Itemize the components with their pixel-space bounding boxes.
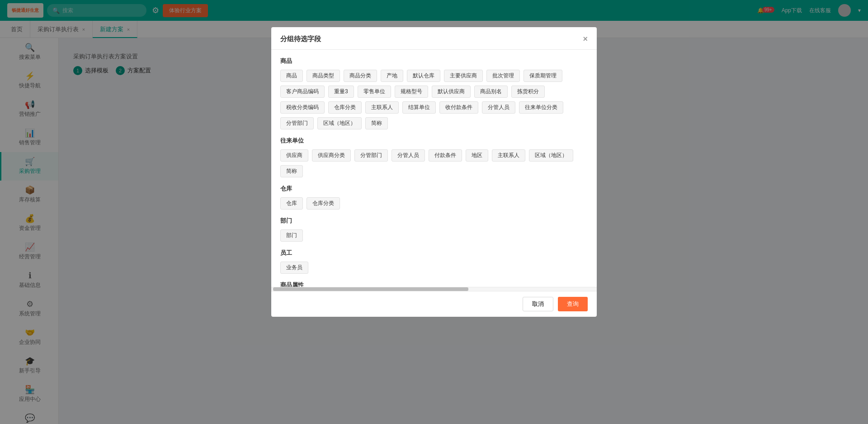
section-title-商品: 商品 — [280, 57, 588, 65]
section-title-员工: 员工 — [280, 249, 588, 257]
field-tags-仓库: 仓库仓库分类 — [280, 197, 588, 210]
modal-body: 商品商品商品类型商品分类产地默认仓库主要供应商批次管理保质期管理客户商品编码重量… — [271, 50, 597, 287]
field-tag[interactable]: 地区 — [466, 149, 488, 162]
section-title-往来单位: 往来单位 — [280, 137, 588, 145]
field-tag[interactable]: 结算单位 — [402, 101, 436, 114]
modal-footer: 取消 查询 — [271, 291, 597, 317]
field-tag[interactable]: 供应商 — [280, 149, 308, 162]
field-tag[interactable]: 仓库 — [280, 197, 303, 210]
field-tag[interactable]: 拣货积分 — [511, 86, 545, 98]
field-tag[interactable]: 往来单位分类 — [519, 101, 563, 114]
field-section-部门: 部门部门 — [280, 217, 588, 242]
field-section-员工: 员工业务员 — [280, 249, 588, 274]
field-tags-部门: 部门 — [280, 229, 588, 242]
field-tag[interactable]: 简称 — [365, 117, 388, 129]
field-tag[interactable]: 业务员 — [280, 262, 308, 274]
modal-dialog: 分组待选字段 × 商品商品商品类型商品分类产地默认仓库主要供应商批次管理保质期管… — [271, 27, 597, 317]
confirm-button[interactable]: 查询 — [558, 297, 588, 311]
field-tag[interactable]: 重量3 — [328, 86, 354, 98]
modal-overlay[interactable]: 分组待选字段 × 商品商品商品类型商品分类产地默认仓库主要供应商批次管理保质期管… — [0, 0, 868, 424]
field-tag[interactable]: 分管人员 — [392, 149, 425, 162]
field-section-仓库: 仓库仓库仓库分类 — [280, 185, 588, 210]
field-tag[interactable]: 商品类型 — [307, 70, 340, 82]
field-tag[interactable]: 主联系人 — [492, 149, 525, 162]
field-tags-往来单位: 供应商供应商分类分管部门分管人员付款条件地区主联系人区域（地区）简称 — [280, 149, 588, 177]
field-tag[interactable]: 默认仓库 — [407, 70, 440, 82]
field-tag[interactable]: 税收分类编码 — [280, 101, 325, 114]
field-section-商品属性: 商品属性属性颜色多规格尺码鞋码1 — [280, 281, 588, 287]
field-tag[interactable]: 收付款条件 — [439, 101, 478, 114]
field-tag[interactable]: 主联系人 — [365, 101, 399, 114]
field-tag[interactable]: 保质期管理 — [524, 70, 562, 82]
field-section-商品: 商品商品商品类型商品分类产地默认仓库主要供应商批次管理保质期管理客户商品编码重量… — [280, 57, 588, 129]
modal-horizontal-scrollbar[interactable] — [271, 287, 597, 291]
field-tag[interactable]: 区域（地区） — [529, 149, 573, 162]
modal-title: 分组待选字段 — [280, 35, 321, 43]
modal-close-button[interactable]: × — [583, 34, 588, 44]
field-tag[interactable]: 商品分类 — [344, 70, 377, 82]
field-tag[interactable]: 商品别名 — [474, 86, 508, 98]
field-tag[interactable]: 简称 — [280, 165, 303, 177]
section-title-仓库: 仓库 — [280, 185, 588, 193]
field-tag[interactable]: 规格型号 — [395, 86, 428, 98]
field-tag[interactable]: 分管部门 — [280, 117, 314, 129]
field-tags-员工: 业务员 — [280, 262, 588, 274]
field-tag[interactable]: 主要供应商 — [444, 70, 483, 82]
field-tag[interactable]: 默认供应商 — [432, 86, 471, 98]
field-tag[interactable]: 部门 — [280, 229, 303, 242]
field-tag[interactable]: 区域（地区） — [317, 117, 362, 129]
field-tags-商品: 商品商品类型商品分类产地默认仓库主要供应商批次管理保质期管理客户商品编码重量3零… — [280, 70, 588, 129]
section-title-部门: 部门 — [280, 217, 588, 225]
field-tag[interactable]: 付款条件 — [429, 149, 462, 162]
field-tag[interactable]: 仓库分类 — [307, 197, 340, 210]
field-tag[interactable]: 供应商分类 — [312, 149, 351, 162]
modal-header: 分组待选字段 × — [271, 27, 597, 50]
field-tag[interactable]: 仓库分类 — [328, 101, 362, 114]
field-tag[interactable]: 零售单位 — [358, 86, 391, 98]
field-tag[interactable]: 客户商品编码 — [280, 86, 325, 98]
field-tag[interactable]: 分管人员 — [482, 101, 515, 114]
field-tag[interactable]: 分管部门 — [354, 149, 388, 162]
field-tag[interactable]: 商品 — [280, 70, 303, 82]
section-title-商品属性: 商品属性 — [280, 281, 588, 287]
field-tag[interactable]: 产地 — [381, 70, 403, 82]
field-section-往来单位: 往来单位供应商供应商分类分管部门分管人员付款条件地区主联系人区域（地区）简称 — [280, 137, 588, 177]
field-tag[interactable]: 批次管理 — [486, 70, 520, 82]
cancel-button[interactable]: 取消 — [523, 297, 553, 311]
